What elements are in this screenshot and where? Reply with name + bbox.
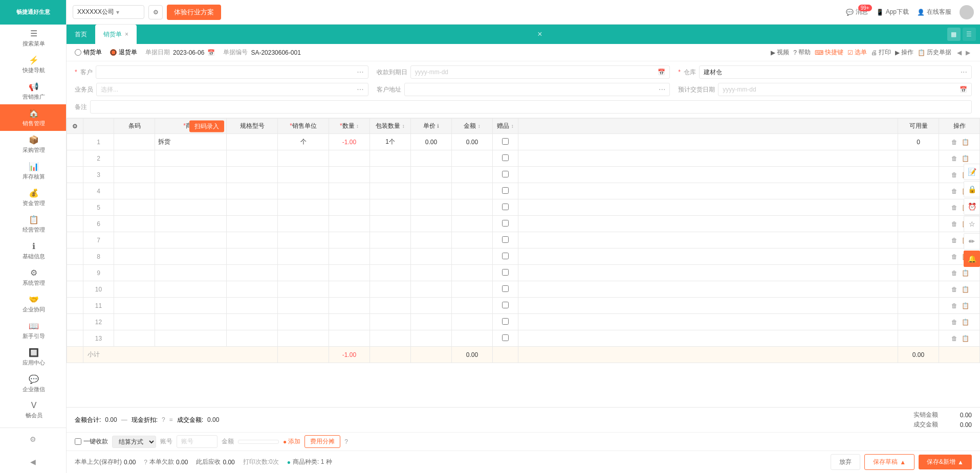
td-qty-13[interactable] [329,330,370,347]
td-unit-5[interactable] [278,199,329,216]
td-gift-11[interactable] [493,298,518,314]
delete-icon-8[interactable]: 🗑 [951,253,957,260]
td-spec-3[interactable] [227,167,278,183]
td-spec-10[interactable] [227,281,278,298]
sidebar-item-inventory[interactable]: 📊库存核算 [0,157,66,184]
td-pkg-qty-11[interactable] [370,298,411,314]
td-barcode-13[interactable] [114,330,155,347]
td-price-6[interactable] [411,216,452,232]
td-product-10[interactable] [155,281,227,298]
payment-due-input[interactable]: yyyy-mm-dd 📅 [410,65,670,79]
delete-icon-1[interactable]: 🗑 [951,139,957,146]
td-qty-11[interactable] [329,298,370,314]
sidebar-item-finance[interactable]: 💰资金管理 [0,184,66,211]
td-unit-13[interactable] [278,330,329,347]
td-pkg-qty-3[interactable] [370,167,411,183]
next-arrow[interactable]: ▶ [964,49,972,56]
td-amount-4[interactable] [452,183,493,199]
td-price-2[interactable] [411,150,452,167]
delete-icon-13[interactable]: 🗑 [951,335,957,342]
td-unit-8[interactable] [278,249,329,265]
td-amount-2[interactable] [452,150,493,167]
td-unit-7[interactable] [278,232,329,249]
sidebar-item-basic-info[interactable]: ℹ基础信息 [0,237,66,264]
td-spec-12[interactable] [227,314,278,330]
td-product-8[interactable] [155,249,227,265]
save-new-btn[interactable]: 保存&新增 ▲ [919,455,972,469]
td-spec-2[interactable] [227,150,278,167]
help-btn[interactable]: ? 帮助 [793,48,811,57]
settlement-method-select[interactable]: 结算方式 [112,436,156,448]
td-amount-10[interactable] [452,281,493,298]
td-unit-3[interactable] [278,167,329,183]
td-unit-12[interactable] [278,314,329,330]
prev-arrow[interactable]: ◀ [955,49,963,56]
copy-icon-2[interactable]: 📋 [962,155,969,162]
td-spec-4[interactable] [227,183,278,199]
td-qty-9[interactable] [329,265,370,281]
salesman-dots[interactable]: ··· [357,85,363,94]
th-settings[interactable]: ⚙ [67,119,83,134]
td-qty-6[interactable] [329,216,370,232]
td-barcode-5[interactable] [114,199,155,216]
abandon-btn[interactable]: 放弃 [831,454,860,470]
td-gift-12[interactable] [493,314,518,330]
sidebar-item-purchase[interactable]: 📦采购管理 [0,131,66,157]
td-barcode-7[interactable] [114,232,155,249]
td-product-7[interactable] [155,232,227,249]
td-unit-1[interactable]: 个 [278,134,329,150]
td-unit-4[interactable] [278,183,329,199]
warehouse-dots[interactable]: ··· [961,67,967,77]
td-gift-1[interactable] [493,134,518,150]
td-barcode-9[interactable] [114,265,155,281]
calendar-icon[interactable]: 📅 [207,49,215,56]
notes-input[interactable] [90,100,972,114]
operate-btn[interactable]: ▶ 操作 [895,48,913,57]
sidebar-item-corp-wechat[interactable]: 💬企业微信 [0,370,66,397]
td-barcode-6[interactable] [114,216,155,232]
draft-dropdown-arrow[interactable]: ▲ [900,459,906,466]
td-product-1[interactable]: 拆货 [155,134,227,150]
td-barcode-4[interactable] [114,183,155,199]
td-pkg-qty-9[interactable] [370,265,411,281]
sidebar-item-vip[interactable]: V畅会员 [0,397,66,423]
td-barcode-2[interactable] [114,150,155,167]
td-spec-11[interactable] [227,298,278,314]
td-barcode-10[interactable] [114,281,155,298]
delivery-date-input[interactable]: yyyy-mm-dd 📅 [718,83,972,96]
td-amount-1[interactable]: 0.00 [452,134,493,150]
sidebar-item-app-center[interactable]: 🔲应用中心 [0,344,66,370]
settings-gear-btn[interactable]: ⚙ [148,5,163,19]
td-pkg-qty-2[interactable] [370,150,411,167]
td-barcode-12[interactable] [114,314,155,330]
sidebar-item-sales-mgmt[interactable]: 🏠销售管理 [0,104,66,131]
td-qty-3[interactable] [329,167,370,183]
td-price-9[interactable] [411,265,452,281]
delete-icon-4[interactable]: 🗑 [951,188,957,195]
td-amount-6[interactable] [452,216,493,232]
td-unit-10[interactable] [278,281,329,298]
td-amount-12[interactable] [452,314,493,330]
td-product-3[interactable] [155,167,227,183]
trial-btn[interactable]: 体验行业方案 [167,5,221,20]
float-bell-btn[interactable]: 🔔 [964,251,980,267]
td-spec-9[interactable] [227,265,278,281]
td-pkg-qty-6[interactable] [370,216,411,232]
sidebar-item-search[interactable]: ☰搜索菜单 [0,25,66,51]
scan-btn[interactable]: 扫码录入 [189,120,224,132]
expense-btn[interactable]: 费用分摊 [304,435,340,448]
history-btn[interactable]: 📋 历史单据 [918,48,951,57]
print-btn[interactable]: 🖨 打印 [871,48,891,57]
td-pkg-qty-4[interactable] [370,183,411,199]
td-product-11[interactable] [155,298,227,314]
td-spec-5[interactable] [227,199,278,216]
one-click-payment-check[interactable]: 一键收款 [75,437,108,446]
td-gift-4[interactable] [493,183,518,199]
td-barcode-1[interactable] [114,134,155,150]
video-btn[interactable]: ▶ 视频 [771,48,789,57]
float-clock-btn[interactable]: ⏰ [964,198,980,215]
topbar-app-btn[interactable]: 📱 App下载 [876,8,909,16]
tab-home[interactable]: 首页 [67,25,95,44]
doc-short-help-icon[interactable]: ? [144,459,147,466]
td-price-13[interactable] [411,330,452,347]
